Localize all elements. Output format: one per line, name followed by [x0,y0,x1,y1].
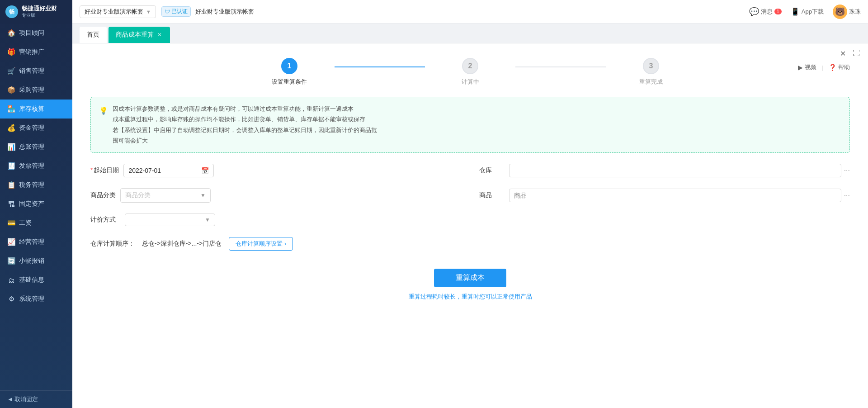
recalc-note: 重算过程耗时较长，重算时您可以正常使用产品 [409,293,532,301]
calendar-icon: 📅 [201,167,209,174]
sidebar-unpin-button[interactable]: ◄ 取消固定 [0,390,72,408]
sidebar-item-basic[interactable]: 🗂 基础信息 [0,270,72,289]
warehouse-order-btn-label: 仓库计算顺序设置 › [236,240,286,248]
form-area: *起始日期 2022-07-01 📅 仓库 ··· [72,164,868,265]
app-download-button[interactable]: 📱 App下载 [791,7,824,16]
app-edition: 专业版 [22,12,57,19]
required-marker: * [90,166,93,174]
warehouse-input-area: ··· [509,164,850,177]
step-3: 3 重算完成 [606,58,696,86]
expand-icon: ⛶ [853,49,860,57]
video-link[interactable]: ▶ 视频 [798,63,816,71]
finance-icon: 💰 [7,124,15,132]
sidebar-item-purchase[interactable]: 📦 采购管理 [0,81,72,100]
category-select[interactable]: 商品分类 ▼ [120,188,211,203]
purchase-icon: 📦 [7,86,15,94]
tab-recalc[interactable]: 商品成本重算 ✕ [108,27,170,43]
message-label: 消息 [761,8,773,16]
assets-icon: 🏗 [7,200,15,208]
sidebar-item-label: 总账管理 [19,143,44,151]
basic-icon: 🗂 [7,276,15,284]
goods-input[interactable] [509,189,841,202]
warehouse-more-icon[interactable]: ··· [844,166,850,175]
unpin-label: ◄ 取消固定 [7,395,38,403]
sidebar-item-label: 营销推广 [19,48,44,56]
app-title-group: 畅捷通好业财 专业版 [22,5,57,19]
sidebar-item-payroll[interactable]: 💳 工资 [0,213,72,232]
sidebar-item-label: 项目顾问 [19,29,44,37]
invoice-icon: 🧾 [7,162,15,170]
sidebar-item-expense[interactable]: 🔄 小畅报销 [0,251,72,270]
step-1-circle: 1 [281,58,297,74]
category-group: 商品分类 商品分类 ▼ [90,188,461,203]
warehouse-label: 仓库 [479,166,505,175]
sidebar-item-tax[interactable]: 📋 税务管理 [0,176,72,195]
main-area: 好业财专业版演示帐套 ▼ 🛡 已认证 好业财专业版演示帐套 💬 消息 1 📱 A… [72,0,868,408]
user-menu[interactable]: 🐻 珠珠 [833,5,861,19]
start-date-value: 2022-07-01 [128,167,198,174]
pricing-select-wrapper: ▼ [125,213,215,226]
step-line-2 [515,66,606,67]
sidebar-item-finance[interactable]: 💰 资金管理 [0,119,72,138]
app-download-label: App下载 [802,8,824,16]
account-selector[interactable]: 好业财专业版演示帐套 ▼ [80,5,156,18]
sidebar-item-invoice[interactable]: 🧾 发票管理 [0,157,72,176]
goods-more-icon[interactable]: ··· [844,191,850,199]
app-logo-icon: 畅 [5,5,18,18]
tax-icon: 📋 [7,181,15,189]
sidebar-item-inventory[interactable]: 🏪 库存核算 [0,100,72,119]
step-3-number: 3 [649,62,653,70]
marketing-icon: 🎁 [7,48,15,56]
sidebar-item-label: 销售管理 [19,67,44,75]
step-3-label: 重算完成 [639,78,663,86]
tab-home[interactable]: 首页 [80,27,107,43]
sidebar: 畅 畅捷通好业财 专业版 🏠 项目顾问 🎁 营销推广 🛒 销售管理 📦 采购管理… [0,0,72,408]
system-icon: ⚙ [7,295,15,303]
warehouse-order-row: 仓库计算顺序： 总仓->深圳仓库->...->门店仓 仓库计算顺序设置 › [90,237,850,251]
category-label: 商品分类 [90,191,116,199]
sidebar-item-label: 税务管理 [19,181,44,189]
step-2-label: 计算中 [462,78,479,86]
recalc-btn-label: 重算成本 [456,274,485,281]
verified-area: 🛡 已认证 好业财专业版演示帐套 [161,6,254,17]
sidebar-item-project[interactable]: 🏠 项目顾问 [0,24,72,43]
steps-area: 1 设置重算条件 2 计算中 3 重算完成 [72,43,868,97]
warehouse-group: 仓库 ··· [479,164,850,177]
sidebar-item-accounting[interactable]: 📊 总账管理 [0,138,72,157]
tab-close-icon[interactable]: ✕ [156,31,163,39]
ops-icon: 📈 [7,238,15,246]
pricing-select[interactable]: ▼ [125,213,215,226]
sidebar-item-system[interactable]: ⚙ 系统管理 [0,289,72,308]
project-icon: 🏠 [7,29,15,37]
start-date-input[interactable]: 2022-07-01 📅 [123,164,214,177]
tab-home-label: 首页 [87,31,99,39]
sidebar-item-sales[interactable]: 🛒 销售管理 [0,62,72,81]
recalc-section: 重算成本 重算过程耗时较长，重算时您可以正常使用产品 [72,265,868,312]
step-1-number: 1 [288,62,292,70]
warehouse-order-settings-button[interactable]: 仓库计算顺序设置 › [229,237,293,251]
sidebar-item-marketing[interactable]: 🎁 营销推广 [0,43,72,62]
user-avatar: 🐻 [833,5,847,19]
help-link[interactable]: ❓ 帮助 [829,63,850,71]
message-button[interactable]: 💬 消息 1 [749,7,782,17]
recalc-button[interactable]: 重算成本 [434,269,506,287]
goods-input-area: ··· [509,189,850,202]
notice-content: 因成本计算参数调整，或是对商品成本有疑问时，可以通过成本重算功能，重新计算一遍成… [113,104,377,146]
sidebar-item-assets[interactable]: 🏗 固定资产 [0,195,72,213]
sidebar-item-label: 库存核算 [19,105,44,113]
sidebar-item-label: 基础信息 [19,276,44,284]
verified-badge: 🛡 已认证 [161,6,191,17]
sidebar-item-label: 资金管理 [19,124,44,132]
expand-window-button[interactable]: ⛶ [852,49,861,58]
tabbar: 首页 商品成本重算 ✕ [72,24,868,43]
sidebar-nav: 🏠 项目顾问 🎁 营销推广 🛒 销售管理 📦 采购管理 🏪 库存核算 💰 资金管… [0,24,72,390]
inventory-icon: 🏪 [7,105,15,113]
warehouse-input[interactable] [509,164,841,177]
step-1: 1 设置重算条件 [244,58,335,86]
close-window-button[interactable]: ✕ [838,49,847,58]
sidebar-item-label: 系统管理 [19,295,44,303]
sidebar-item-label: 发票管理 [19,162,44,170]
sidebar-item-ops[interactable]: 📈 经营管理 [0,232,72,251]
notice-line4: 围可能会扩大 [113,135,377,146]
start-date-label: *起始日期 [90,166,119,175]
